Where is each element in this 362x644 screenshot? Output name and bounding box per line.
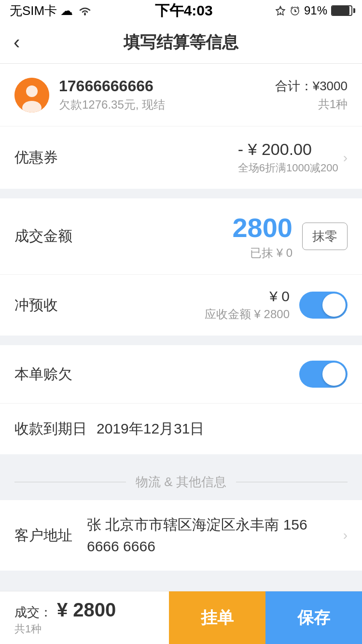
total-label: 合计：¥3000: [275, 78, 348, 95]
bottom-summary: 成交： ¥ 2800 共1种: [0, 599, 169, 636]
prepay-amount-wrap: ¥ 0 应收金额 ¥ 2800: [205, 288, 290, 322]
prepay-right: ¥ 0 应收金额 ¥ 2800: [205, 288, 348, 322]
prepay-amount: ¥ 0: [205, 288, 290, 305]
due-value: 2019年12月31日: [97, 419, 204, 439]
save-button[interactable]: 保存: [265, 591, 362, 644]
hang-button[interactable]: 挂单: [169, 591, 265, 644]
bottom-bar: 成交： ¥ 2800 共1种 挂单 保存: [0, 591, 362, 644]
round-button[interactable]: 抹零: [302, 223, 348, 250]
amount-label: 成交金额: [14, 226, 72, 246]
no-sim-text: 无SIM卡 ☁: [10, 2, 73, 19]
user-card: 17666666666 欠款1276.35元, 现结 合计：¥3000 共1种 …: [0, 64, 362, 189]
bottom-summary-top: 成交： ¥ 2800: [14, 599, 154, 621]
debt-card: 本单赊欠 收款到期日 2019年12月31日: [0, 345, 362, 454]
coupon-right: - ¥ 200.00 全场6折满1000减200 ›: [238, 140, 348, 175]
avatar: [14, 78, 49, 112]
prepay-sub: 应收金额 ¥ 2800: [205, 307, 290, 322]
coupon-discount: - ¥ 200.00: [238, 140, 338, 159]
user-left: 17666666666 欠款1276.35元, 现结: [14, 77, 165, 112]
prepay-toggle[interactable]: [299, 292, 348, 319]
address-label: 客户地址: [14, 526, 72, 546]
svg-point-0: [84, 14, 86, 15]
debt-toggle[interactable]: [299, 361, 348, 388]
prepay-label: 冲预收: [14, 295, 58, 315]
page-title: 填写结算等信息: [124, 31, 238, 54]
prepay-row: 冲预收 ¥ 0 应收金额 ¥ 2800: [0, 274, 362, 336]
content-area: 17666666666 欠款1276.35元, 现结 合计：¥3000 共1种 …: [0, 64, 362, 644]
amount-right: 2800 已抹 ¥ 0 抹零: [232, 212, 348, 261]
coupon-row[interactable]: 优惠券 - ¥ 200.00 全场6折满1000减200 ›: [0, 126, 362, 189]
status-time: 下午4:03: [155, 1, 213, 21]
logistics-text: 物流 & 其他信息: [136, 474, 226, 490]
back-button[interactable]: ‹: [14, 31, 20, 53]
wifi-icon: [78, 5, 92, 16]
debt-row: 本单赊欠: [0, 345, 362, 403]
battery-percent: 91%: [304, 4, 327, 17]
amount-row: 成交金额 2800 已抹 ¥ 0 抹零: [0, 198, 362, 274]
total-count: 共1种: [275, 97, 348, 112]
coupon-chevron-icon: ›: [343, 150, 348, 166]
user-phone: 17666666666: [59, 77, 165, 95]
amount-value: 2800: [232, 212, 292, 243]
status-right: 91%: [275, 4, 352, 17]
logistics-line-left: [14, 482, 126, 482]
address-chevron-icon: ›: [343, 528, 348, 543]
user-debt: 欠款1276.35元, 现结: [59, 97, 165, 112]
logistics-line-right: [236, 482, 348, 482]
user-info: 17666666666 欠款1276.35元, 现结: [59, 77, 165, 112]
user-row: 17666666666 欠款1276.35元, 现结 合计：¥3000 共1种: [0, 64, 362, 126]
bottom-deal-label: 成交：: [14, 604, 52, 621]
due-row: 收款到期日 2019年12月31日: [0, 403, 362, 454]
svg-point-3: [26, 85, 38, 97]
address-row[interactable]: 客户地址 张 北京市市辖区海淀区永丰南 156 6666 6666 ›: [0, 500, 362, 571]
amount-section: 成交金额 2800 已抹 ¥ 0 抹零 冲预收 ¥ 0 应收金额 ¥ 2800: [0, 198, 362, 336]
alarm-icon: [290, 5, 300, 16]
logistics-header: 物流 & 其他信息: [0, 464, 362, 500]
coupon-label: 优惠券: [14, 148, 58, 168]
debt-label: 本单赊欠: [14, 364, 72, 384]
due-label: 收款到期日: [14, 419, 87, 439]
amount-sub: 已抹 ¥ 0: [232, 245, 292, 261]
nav-bar: ‹ 填写结算等信息: [0, 21, 362, 64]
battery-icon: [331, 5, 352, 16]
coupon-desc: 全场6折满1000减200: [238, 161, 338, 175]
bottom-deal-value: ¥ 2800: [57, 599, 116, 621]
location-icon: [275, 5, 286, 16]
user-right: 合计：¥3000 共1种: [275, 78, 348, 112]
status-left: 无SIM卡 ☁: [10, 2, 92, 19]
address-value: 张 北京市市辖区海淀区永丰南 156 6666 6666: [87, 514, 343, 557]
bottom-count: 共1种: [14, 622, 154, 636]
status-bar: 无SIM卡 ☁ 下午4:03 91%: [0, 0, 362, 21]
